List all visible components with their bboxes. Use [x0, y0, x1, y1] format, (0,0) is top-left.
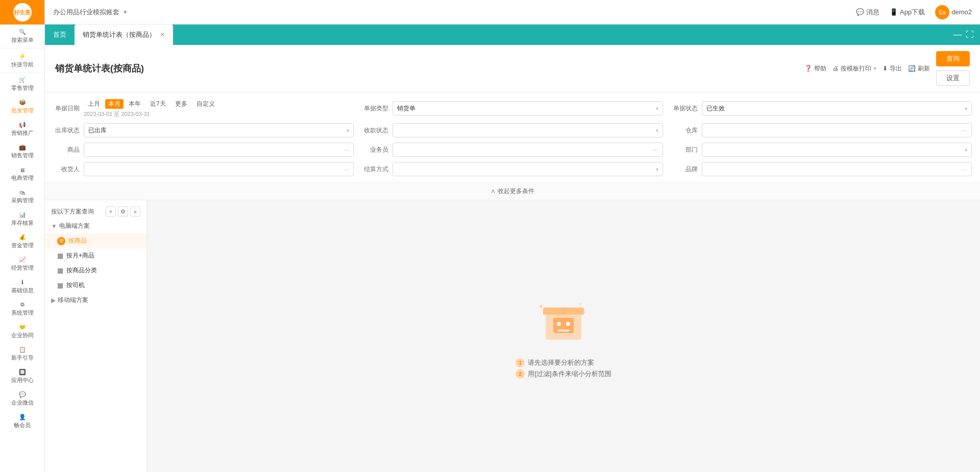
brand-input[interactable]: ··· [702, 162, 972, 176]
left-panel-title: 按以下方案查询 [51, 207, 94, 216]
product-scheme-icon: 按 [57, 237, 65, 245]
app-download-btn[interactable]: 📱 App下载 [890, 8, 925, 17]
maximize-btn[interactable]: ⛶ [966, 30, 974, 39]
settlement-arrow: ▾ [656, 167, 658, 172]
receiver-input[interactable]: ··· [84, 162, 354, 176]
filter-section: 单据日期 上月 本月 本年 近7天 更多 自定义 2023-03-01 至 20… [45, 92, 980, 200]
inventory-label: 库存核算 [11, 219, 34, 227]
salesman-label: 业务员 [362, 146, 388, 154]
department-input[interactable]: ▾ [702, 143, 972, 157]
user-menu[interactable]: Ea demo2 [935, 5, 972, 19]
doc-type-input[interactable]: 销货单 ▾ [393, 101, 663, 115]
tree-item-by-product[interactable]: 按 按商品 [45, 233, 146, 248]
export-btn[interactable]: ⬇ 导出 [883, 64, 902, 73]
date-tab-custom[interactable]: 自定义 [192, 99, 219, 109]
settings-scheme-btn[interactable]: ⚙ [118, 206, 128, 217]
sidebar-item-inventory[interactable]: 📊 库存核算 [0, 208, 44, 230]
sidebar-item-wholesale[interactable]: 📦 批发管理 [0, 96, 44, 118]
tree-expand-icon: ▼ [51, 223, 57, 230]
sidebar-item-marketing[interactable]: 📢 营销推广 [0, 118, 44, 140]
sidebar-item-ecommerce[interactable]: 🖥 电商管理 [0, 163, 44, 185]
sidebar-item-basic[interactable]: ℹ 基础信息 [0, 275, 44, 298]
tree-parent-mobile[interactable]: ▶ 移动端方案 [45, 293, 146, 308]
driver-icon: ▦ [57, 281, 63, 289]
sidebar-search[interactable]: 🔍 搜索菜单 [0, 25, 44, 49]
tree-item-by-category[interactable]: ▦ 按商品分类 [45, 263, 146, 278]
date-tab-more[interactable]: 更多 [171, 99, 191, 109]
sidebar-item-sales[interactable]: 💼 销售管理 [0, 140, 44, 163]
warehouse-input[interactable]: ··· [702, 123, 972, 137]
collapse-label: ∧ 收起更多条件 [491, 187, 534, 195]
retail-label: 零售管理 [11, 84, 34, 92]
date-tab-this-year[interactable]: 本年 [125, 99, 145, 109]
out-status-label: 出库状态 [53, 126, 80, 135]
settings-button[interactable]: 设置 [936, 70, 970, 86]
category-label: 按商品分类 [66, 266, 97, 275]
finance-icon: 💰 [19, 234, 26, 241]
ecommerce-label: 电商管理 [11, 174, 34, 182]
filter-row-2: 出库状态 已出库 ▾ 收款状态 ▾ 仓库 [53, 123, 972, 137]
svg-rect-2 [543, 308, 561, 315]
department-arrow: ▾ [965, 147, 967, 153]
sidebar-item-guide[interactable]: 📋 新手引导 [0, 343, 44, 365]
sidebar-item-system[interactable]: ⚙ 系统管理 [0, 298, 44, 320]
sidebar-item-enterprise[interactable]: 🤝 企业协同 [0, 320, 44, 343]
tree-parent-pc[interactable]: ▼ 电脑端方案 [45, 219, 146, 233]
settlement-input[interactable]: ▾ [393, 162, 663, 176]
tab-sales-stat[interactable]: 销货单统计表（按商品） ✕ [75, 25, 173, 45]
sidebar-quick-nav[interactable]: ⚡ 快捷导航 [0, 49, 44, 73]
tab-close-icon[interactable]: ✕ [160, 31, 165, 38]
tree-item-by-month-product[interactable]: ▦ 按月+商品 [45, 248, 146, 263]
product-input[interactable]: ··· [84, 143, 354, 157]
enterprise-label: 企业协同 [11, 332, 34, 339]
date-tab-this-month[interactable]: 本月 [105, 99, 124, 109]
logo: 好生意 [0, 0, 44, 25]
add-scheme-btn[interactable]: + [106, 206, 116, 217]
brand-dots: ··· [961, 165, 967, 173]
sidebar-item-apps[interactable]: 🔲 应用中心 [0, 365, 44, 388]
collapse-panel-btn[interactable]: « [130, 206, 140, 217]
sidebar-item-purchase[interactable]: 🛍 采购管理 [0, 185, 44, 208]
workspace-dropdown-icon[interactable]: ▾ [124, 8, 127, 16]
finance-label: 资金管理 [11, 242, 34, 249]
member-icon: 👤 [19, 414, 26, 420]
sidebar-item-retail[interactable]: 🛒 零售管理 [0, 73, 44, 96]
date-tab-7days[interactable]: 近7天 [146, 99, 170, 109]
collect-status-arrow: ▾ [656, 128, 658, 133]
purchase-icon: 🛍 [19, 190, 25, 196]
help-btn[interactable]: ❓ 帮助 [804, 64, 826, 73]
sidebar-item-wechat[interactable]: 💬 企业微信 [0, 388, 44, 410]
tree-item-by-driver[interactable]: ▦ 按司机 [45, 278, 146, 293]
workspace-label: 办公用品行业模拟账套 [53, 8, 119, 17]
page-title: 销货单统计表(按商品) [55, 62, 144, 81]
basic-icon: ℹ [21, 279, 23, 286]
collect-status-input[interactable]: ▾ [393, 123, 663, 137]
export-label: 导出 [890, 64, 902, 73]
refresh-btn[interactable]: 🔄 刷新 [908, 64, 930, 73]
settlement-filter-item: 结算方式 ▾ [362, 162, 663, 176]
salesman-dots: ··· [652, 146, 658, 154]
minimize-btn[interactable]: — [953, 30, 962, 39]
date-tab-last-month[interactable]: 上月 [84, 99, 104, 109]
search-label: 搜索菜单 [11, 36, 34, 44]
sidebar-item-finance[interactable]: 💰 资金管理 [0, 230, 44, 253]
sidebar-item-operations[interactable]: 📈 经营管理 [0, 253, 44, 275]
empty-line-1: 1 请先选择要分析的方案 [516, 358, 611, 367]
tab-home[interactable]: 首页 [45, 25, 75, 45]
message-btn[interactable]: 💬 消息 [856, 8, 879, 17]
wechat-icon: 💬 [19, 391, 26, 398]
brand-filter-item: 品牌 ··· [671, 162, 972, 176]
template-print-btn[interactable]: 🖨 按模板打印 ▾ [832, 64, 876, 73]
sidebar-item-member[interactable]: 👤 畅会员 [0, 410, 44, 433]
brand-label: 品牌 [671, 165, 698, 174]
doc-type-value: 销货单 [397, 104, 415, 113]
collapse-filter-btn[interactable]: ∧ 收起更多条件 [45, 182, 980, 200]
doc-status-input[interactable]: 已生效 ▾ [702, 101, 972, 115]
left-panel-header: 按以下方案查询 + ⚙ « [45, 204, 146, 219]
query-button[interactable]: 查询 [936, 51, 970, 66]
username: demo2 [951, 8, 972, 16]
out-status-input[interactable]: 已出库 ▾ [84, 123, 354, 137]
filter-row-4: 收货人 ··· 结算方式 ▾ 品牌 [53, 162, 972, 176]
salesman-input[interactable]: ··· [393, 143, 663, 157]
print-icon: 🖨 [832, 65, 839, 72]
